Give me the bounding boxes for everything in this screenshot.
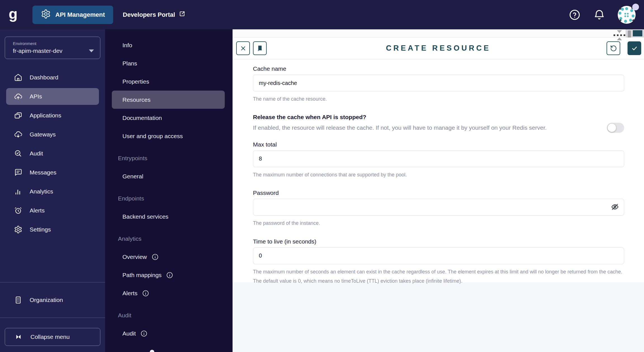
info-icon [151, 253, 159, 261]
toggle-knob [608, 124, 616, 132]
bar-chart-icon [14, 187, 22, 196]
password-label: Password [253, 190, 624, 196]
subnav-item-path-mappings[interactable]: Path mappings [112, 266, 225, 284]
avatar-status-badge [632, 4, 639, 10]
max-total-block: Max total The maximum number of connecti… [253, 141, 624, 179]
close-icon [240, 45, 247, 52]
subnav-item-backend-services[interactable]: Backend services [112, 207, 225, 226]
cache-name-label: Cache name [253, 65, 624, 72]
sidebar-item-settings[interactable]: Settings [6, 221, 99, 238]
environment-value: fr-apim-master-dev [13, 48, 62, 54]
subnav-item-plans[interactable]: Plans [112, 54, 225, 72]
release-cache-block: Release the cache when API is stopped? I… [253, 114, 624, 133]
resize-handle[interactable] [611, 30, 628, 40]
max-total-label: Max total [253, 141, 624, 148]
home-icon [14, 73, 22, 82]
app-root: g API Management Developers Portal [0, 0, 644, 352]
message-icon [14, 168, 22, 177]
gravitee-logo[interactable]: g [0, 8, 26, 22]
subnav-section-entrypoints: Entrypoints [105, 149, 233, 167]
info-icon [166, 271, 173, 279]
sidebar-item-label: Audit [30, 150, 43, 157]
primary-sidebar: Environment fr-apim-master-dev Dashboard… [0, 29, 105, 352]
release-cache-toggle[interactable] [607, 123, 624, 133]
password-hint: The password of the instance. [253, 219, 624, 228]
panel-preview-icon [633, 30, 642, 36]
subnav-section-audit: Audit [105, 306, 233, 324]
help-icon [569, 9, 581, 21]
documentation-button[interactable] [253, 41, 267, 55]
topbar: g API Management Developers Portal [0, 0, 644, 29]
cache-name-input[interactable] [253, 75, 624, 91]
subnav-section-analytics: Analytics [105, 230, 233, 248]
sidebar-item-label: APIs [30, 93, 42, 100]
collapse-icon [15, 333, 22, 341]
sidebar-item-apis[interactable]: APIs [6, 88, 99, 105]
environment-selector[interactable]: Environment fr-apim-master-dev [5, 37, 100, 59]
sidebar-item-label: Organization [30, 297, 63, 303]
subnav-section-endpoints: Endpoints [105, 189, 233, 207]
api-management-button[interactable]: API Management [32, 6, 113, 24]
sidebar-item-applications[interactable]: Applications [6, 107, 99, 124]
subnav-item-user-group-access[interactable]: User and group access [112, 127, 225, 145]
password-block: Password The password of the instance. [253, 190, 624, 228]
sidebar-item-organization[interactable]: Organization [0, 282, 105, 318]
triangle-up-icon [617, 37, 622, 40]
ttl-input[interactable] [253, 247, 624, 264]
subnav-item-properties[interactable]: Properties [112, 72, 225, 91]
password-input[interactable] [253, 199, 624, 216]
cache-name-hint: The name of the cache resource. [253, 95, 624, 104]
subnav-item-resources[interactable]: Resources [112, 91, 225, 109]
help-button[interactable] [569, 9, 581, 21]
sidebar-item-label: Gateways [30, 131, 56, 138]
toggle-password-visibility-button[interactable] [611, 203, 619, 212]
sidebar-item-audit[interactable]: Audit [6, 145, 99, 162]
release-cache-description: If enabled, the resource will release th… [253, 123, 585, 133]
subnav-item-general[interactable]: General [112, 167, 225, 185]
user-avatar[interactable] [618, 6, 636, 24]
cloud-upload-icon [14, 92, 22, 101]
sidebar-item-label: Analytics [30, 188, 53, 195]
sidebar-item-label: Dashboard [30, 74, 58, 81]
cloud-download-icon [14, 130, 22, 139]
content-area: CREATE RESOURCE Cache name The name of t… [233, 29, 644, 352]
divider [0, 318, 105, 318]
release-cache-label: Release the cache when API is stopped? [253, 114, 585, 121]
check-icon [631, 45, 638, 52]
applications-icon [14, 111, 22, 120]
subnav-item-info[interactable]: Info [112, 36, 225, 54]
save-button[interactable] [628, 41, 641, 55]
building-icon [14, 296, 22, 304]
collapse-menu-label: Collapse menu [30, 334, 70, 340]
developers-portal-link[interactable]: Developers Portal [123, 10, 186, 19]
sidebar-item-dashboard[interactable]: Dashboard [6, 69, 99, 86]
triangle-down-icon [617, 30, 622, 33]
rotate-ccw-icon [610, 45, 617, 52]
sidebar-bottom: Organization Collapse menu [0, 282, 105, 352]
notifications-button[interactable] [593, 9, 605, 21]
collapse-menu-button[interactable]: Collapse menu [5, 328, 100, 346]
alarm-icon [14, 206, 22, 215]
subnav-item-audit[interactable]: Audit [112, 324, 225, 342]
subnav-item-alerts[interactable]: Alerts [112, 284, 225, 302]
environment-label: Environment [13, 41, 94, 46]
max-total-input[interactable] [253, 150, 624, 167]
sidebar-item-alerts[interactable]: Alerts [6, 202, 99, 219]
create-resource-form: Cache name The name of the cache resourc… [233, 59, 644, 282]
cache-name-block: Cache name The name of the cache resourc… [253, 65, 624, 104]
reset-button[interactable] [607, 41, 620, 55]
close-button[interactable] [236, 41, 250, 55]
sidebar-item-label: Messages [30, 169, 56, 176]
sidebar-item-analytics[interactable]: Analytics [6, 183, 99, 200]
sidebar-item-gateways[interactable]: Gateways [6, 126, 99, 143]
book-icon [256, 45, 264, 52]
sidebar-item-messages[interactable]: Messages [6, 164, 99, 181]
subnav-item-partial [150, 350, 154, 352]
audit-search-icon [14, 149, 22, 158]
max-total-hint: The maximum number of connections that a… [253, 170, 624, 179]
topbar-actions [569, 6, 644, 24]
info-icon [140, 330, 148, 337]
api-subnav: Info Plans Properties Resources Document… [105, 29, 233, 352]
subnav-item-overview[interactable]: Overview [112, 248, 225, 266]
subnav-item-documentation[interactable]: Documentation [112, 109, 225, 127]
